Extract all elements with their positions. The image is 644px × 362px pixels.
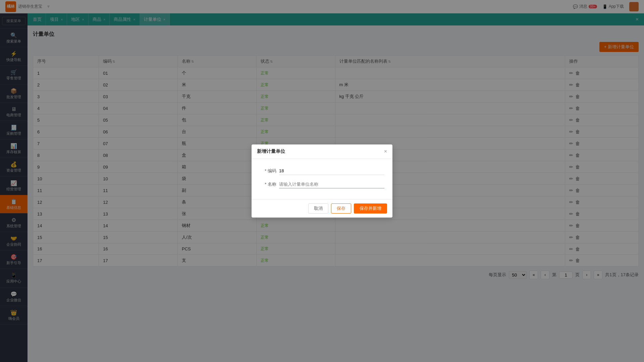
modal-close-btn[interactable]: ×	[384, 149, 387, 154]
modal-overlay[interactable]: 新增计量单位 × * 编码 * 名称 取消 保存 保存并新增	[0, 0, 644, 362]
code-form-row: * 编码	[260, 167, 384, 175]
save-and-new-button[interactable]: 保存并新增	[354, 203, 387, 214]
modal-header: 新增计量单位 ×	[252, 144, 392, 159]
cancel-button[interactable]: 取消	[308, 203, 328, 214]
name-form-row: * 名称	[260, 180, 384, 188]
name-input[interactable]	[279, 180, 384, 188]
name-label: * 名称	[260, 181, 276, 187]
code-label: * 编码	[260, 168, 276, 174]
code-input[interactable]	[279, 167, 384, 175]
modal-body: * 编码 * 名称	[252, 159, 392, 199]
save-button[interactable]: 保存	[331, 203, 351, 214]
modal-dialog: 新增计量单位 × * 编码 * 名称 取消 保存 保存并新增	[252, 144, 392, 218]
modal-title: 新增计量单位	[257, 148, 285, 155]
modal-footer: 取消 保存 保存并新增	[252, 199, 392, 218]
